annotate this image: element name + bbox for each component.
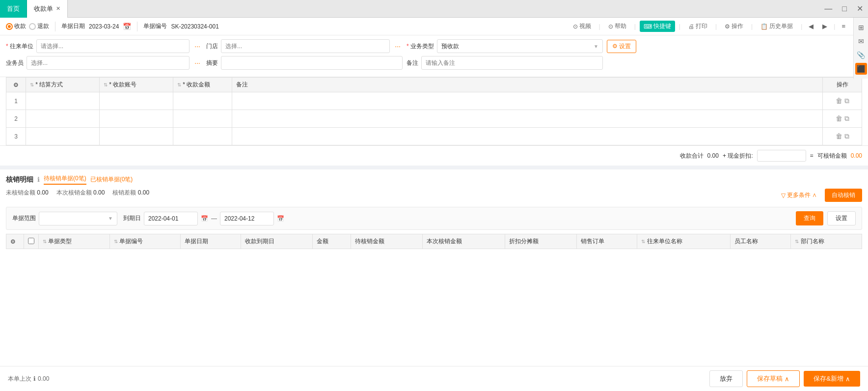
partner-more-icon[interactable]: ··· bbox=[192, 42, 202, 50]
row2-delete-icon[interactable]: 🗑 bbox=[836, 114, 842, 123]
remark-input[interactable] bbox=[421, 56, 603, 70]
row3-action: 🗑 ⧉ bbox=[823, 128, 862, 145]
tab-close-icon[interactable]: ✕ bbox=[56, 5, 60, 12]
operate-btn[interactable]: ⚙ 操作 bbox=[721, 21, 747, 32]
row2-action-icons: 🗑 ⧉ bbox=[827, 114, 858, 123]
date-to-input[interactable] bbox=[220, 212, 274, 225]
row3-payment[interactable] bbox=[26, 128, 100, 145]
row3-action-icons: 🗑 ⧉ bbox=[827, 132, 858, 140]
store-input[interactable] bbox=[221, 39, 390, 53]
partner-input[interactable] bbox=[36, 39, 190, 53]
vcol-dept-name: ⇅ 部门名称 bbox=[791, 234, 862, 249]
done-tab[interactable]: 已核销单据(0笔) bbox=[90, 175, 133, 184]
row2-no: 2 bbox=[6, 110, 26, 128]
biztype-select[interactable]: 预收款 ▼ bbox=[437, 39, 603, 53]
vcol-settings[interactable]: ⚙ bbox=[6, 234, 24, 249]
save-new-btn[interactable]: 保存&新增 ∧ bbox=[804, 371, 860, 387]
col-account-header: ⇅ * 收款账号 bbox=[100, 78, 173, 92]
biztype-chevron-icon: ▼ bbox=[594, 44, 598, 49]
vcol-checkbox[interactable] bbox=[24, 234, 39, 249]
row2-payment[interactable] bbox=[26, 110, 100, 128]
verify-table-header: ⚙ ⇅ 单据类型 ⇅ 单据编号 单据日期 收款到期日 bbox=[6, 234, 862, 249]
col-amount-header: ⇅ * 收款金额 bbox=[173, 78, 232, 92]
right-panel: ⊞ ✉ 📎 ⬛ bbox=[853, 18, 868, 79]
vcol-discount: 折扣分摊额 bbox=[505, 234, 577, 249]
window-maximize-btn[interactable]: □ bbox=[837, 4, 852, 13]
auto-verify-btn[interactable]: 自动核销 bbox=[825, 189, 862, 202]
window-minimize-btn[interactable]: — bbox=[819, 4, 837, 13]
staff-more-icon[interactable]: ··· bbox=[192, 59, 202, 67]
range-select[interactable]: ▼ bbox=[39, 212, 117, 225]
total-value: 0.00 bbox=[707, 152, 719, 159]
calendar-to-icon[interactable]: 📅 bbox=[277, 215, 284, 222]
row3-account[interactable] bbox=[100, 128, 173, 145]
row2-remark[interactable] bbox=[232, 110, 823, 128]
window-close-btn[interactable]: ✕ bbox=[852, 4, 868, 13]
row1-remark[interactable] bbox=[232, 92, 823, 110]
save-draft-btn[interactable]: 保存草稿 ∧ bbox=[747, 370, 800, 387]
row3-remark[interactable] bbox=[232, 128, 823, 145]
select-all-checkbox[interactable] bbox=[28, 238, 34, 244]
video-btn[interactable]: ⊙ 视频 bbox=[569, 21, 595, 32]
help-btn[interactable]: ⊙ 帮助 bbox=[604, 21, 630, 32]
calendar-from-icon[interactable]: 📅 bbox=[201, 215, 208, 222]
row3-copy-icon[interactable]: ⧉ bbox=[844, 132, 849, 140]
main-content: 收款 退款 单据日期 2023-03-24 📅 单据编号 SK-20230324… bbox=[0, 18, 868, 391]
summary-input[interactable] bbox=[221, 56, 403, 70]
staff-input[interactable] bbox=[27, 56, 190, 70]
section-divider bbox=[0, 166, 868, 169]
list-view-btn[interactable]: ≡ bbox=[839, 22, 848, 31]
right-mail-icon[interactable]: ✉ bbox=[855, 35, 867, 47]
bottom-info: 本单上次 ℹ 0.00 bbox=[8, 375, 49, 383]
discount-input[interactable] bbox=[757, 150, 806, 162]
tab-home[interactable]: 首页 bbox=[0, 0, 27, 18]
row2-amount[interactable] bbox=[173, 110, 232, 128]
date-from-input[interactable] bbox=[144, 212, 198, 225]
row1-amount[interactable] bbox=[173, 92, 232, 110]
history-btn[interactable]: 📋 历史单据 bbox=[757, 21, 797, 32]
number-value: SK-20230324-001 bbox=[171, 23, 218, 30]
verify-info-icon[interactable]: ℹ bbox=[37, 176, 40, 183]
nav-next-btn[interactable]: ▶ bbox=[820, 22, 830, 31]
radio-receipt[interactable]: 收款 bbox=[6, 22, 26, 30]
tab-bar: 首页 收款单 ✕ — □ ✕ bbox=[0, 0, 868, 18]
print-icon: 🖨 bbox=[688, 23, 694, 30]
col-payment-header: ⇅ * 结算方式 bbox=[26, 78, 100, 92]
summary-label: 摘要 bbox=[206, 59, 218, 67]
date-value: 2023-03-24 bbox=[89, 23, 119, 30]
radio-refund[interactable]: 退款 bbox=[29, 22, 49, 30]
shortcut-btn[interactable]: ⌨ 快捷键 bbox=[640, 21, 675, 32]
right-expand-icon[interactable]: ⬛ bbox=[855, 63, 867, 75]
query-btn[interactable]: 查询 bbox=[796, 211, 823, 225]
row3-amount[interactable] bbox=[173, 128, 232, 145]
more-conditions-btn[interactable]: ▽ 更多条件 ∧ bbox=[781, 189, 817, 202]
pending-tab[interactable]: 待核销单据(0笔) bbox=[44, 174, 86, 185]
staff-field: 业务员 ··· bbox=[6, 56, 202, 70]
row1-account[interactable] bbox=[100, 92, 173, 110]
store-more-icon[interactable]: ··· bbox=[393, 42, 403, 50]
vcol-bill-no: ⇅ 单据编号 bbox=[109, 234, 181, 249]
row3-delete-icon[interactable]: 🗑 bbox=[836, 132, 842, 140]
summary-field: 摘要 bbox=[206, 56, 403, 70]
settings-btn[interactable]: ⚙ 设置 bbox=[607, 40, 636, 53]
row1-copy-icon[interactable]: ⧉ bbox=[844, 97, 849, 105]
row1-payment[interactable] bbox=[26, 92, 100, 110]
receipt-table: ⚙ ⇅ * 结算方式 ⇅ * 收款账号 ⇅ * 收款金额 bbox=[6, 77, 862, 145]
right-attach-icon[interactable]: 📎 bbox=[855, 49, 867, 61]
col-settings-header[interactable]: ⚙ bbox=[6, 78, 26, 92]
date-calendar-icon[interactable]: 📅 bbox=[123, 23, 131, 30]
settings-small-btn[interactable]: 设置 bbox=[827, 211, 856, 225]
staff-label: 业务员 bbox=[6, 59, 24, 67]
row1-delete-icon[interactable]: 🗑 bbox=[836, 97, 842, 105]
operate-icon: ⚙ bbox=[725, 23, 730, 30]
tab-receipt[interactable]: 收款单 ✕ bbox=[27, 0, 68, 18]
vcol-staff-name: 员工名称 bbox=[731, 234, 791, 249]
biztype-label: * 业务类型 bbox=[407, 42, 434, 51]
row2-copy-icon[interactable]: ⧉ bbox=[844, 114, 849, 123]
row2-account[interactable] bbox=[100, 110, 173, 128]
nav-prev-btn[interactable]: ◀ bbox=[806, 22, 816, 31]
vcol-partner-name: ⇅ 往来单位名称 bbox=[637, 234, 731, 249]
print-btn[interactable]: 🖨 打印 bbox=[684, 21, 711, 32]
abandon-btn[interactable]: 放弃 bbox=[709, 370, 743, 387]
right-table-icon[interactable]: ⊞ bbox=[855, 22, 867, 33]
